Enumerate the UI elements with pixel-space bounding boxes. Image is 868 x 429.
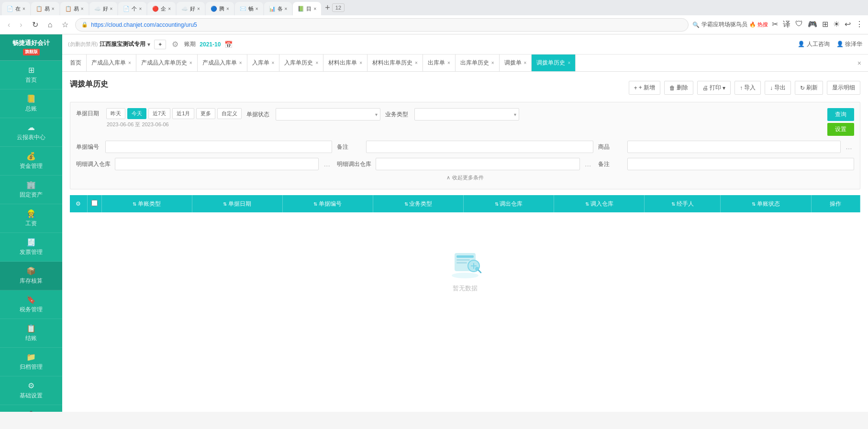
brightness-icon[interactable]: ☀: [833, 20, 840, 30]
detail-out-more-icon[interactable]: …: [583, 160, 593, 168]
user-info[interactable]: 👤 徐泽华: [836, 40, 862, 48]
col-in-warehouse[interactable]: 调入仓库: [554, 195, 645, 212]
add-company-button[interactable]: +: [154, 40, 166, 49]
browser-tab-8[interactable]: 🔵 腾 ×: [206, 2, 234, 15]
browser-tab-9[interactable]: ✉️ 畅 ×: [235, 2, 263, 15]
delete-button[interactable]: 🗑 删除: [664, 81, 693, 95]
col-voucher-no[interactable]: 单据编号: [282, 195, 373, 212]
goods-input[interactable]: [627, 141, 841, 153]
table-gear-header[interactable]: ⚙: [70, 195, 87, 212]
app-tab-close-out[interactable]: ×: [447, 60, 450, 66]
app-tab-transfer-hist[interactable]: 调拨单历史 ×: [532, 55, 576, 72]
app-tab-close-in-hist[interactable]: ×: [315, 60, 318, 66]
collapse-button[interactable]: ∧ 收起更多条件: [441, 172, 490, 183]
date-btn-1month[interactable]: 近1月: [172, 108, 194, 119]
app-tab-close-prod-in2[interactable]: ×: [239, 60, 242, 66]
browser-tab-5[interactable]: 📄 个 ×: [118, 2, 146, 15]
menu-icon[interactable]: ⋮: [856, 20, 863, 30]
browser-tab-1[interactable]: 📄 在 ×: [2, 2, 30, 15]
close-all-icon[interactable]: ×: [854, 59, 865, 67]
detail-out-input[interactable]: [376, 158, 579, 170]
browser-tab-3[interactable]: 📋 易 ×: [60, 2, 89, 15]
date-btn-yesterday[interactable]: 昨天: [106, 108, 125, 119]
browser-tab-4[interactable]: ☁️ 好 ×: [89, 2, 118, 15]
tab-close-7[interactable]: ×: [197, 6, 200, 11]
sidebar-item-assets[interactable]: 🏢 固定资产: [0, 176, 62, 204]
query-button[interactable]: 查询: [827, 108, 854, 121]
reload-button[interactable]: ↻: [29, 19, 41, 30]
app-tab-in-hist[interactable]: 入库单历史 ×: [279, 55, 323, 72]
new-tab-button[interactable]: +: [325, 3, 330, 13]
sidebar-item-tax[interactable]: 🔖 税务管理: [0, 290, 62, 319]
app-tab-close-prod-in[interactable]: ×: [128, 60, 131, 66]
app-tab-close-transfer[interactable]: ×: [524, 60, 527, 66]
sidebar-item-funds[interactable]: 💰 资金管理: [0, 147, 62, 176]
translate-icon[interactable]: 译: [783, 20, 790, 30]
home-button[interactable]: ⌂: [45, 20, 56, 30]
app-tab-prod-in-hist[interactable]: 产成品入库单历史 ×: [136, 55, 198, 72]
app-tab-prod-in[interactable]: 产成品入库单 ×: [87, 55, 136, 72]
app-tab-close-in[interactable]: ×: [272, 60, 275, 66]
browser-tab-10[interactable]: 📊 各 ×: [264, 2, 292, 15]
app-tab-close-out-hist[interactable]: ×: [491, 60, 494, 66]
tab-close-4[interactable]: ×: [110, 6, 113, 11]
status-select[interactable]: [276, 108, 380, 121]
app-tab-mat-out-hist[interactable]: 材料出库单历史 ×: [367, 55, 423, 72]
sidebar-item-inventory[interactable]: 📦 库存核算: [0, 262, 62, 290]
app-tab-close-mat-out-hist[interactable]: ×: [415, 60, 418, 66]
sidebar-item-archive[interactable]: 📁 归档管理: [0, 348, 62, 376]
app-tab-close-mat-out[interactable]: ×: [359, 60, 362, 66]
tab-close-11[interactable]: ×: [313, 6, 316, 11]
sidebar-item-invoice[interactable]: 🧾 发票管理: [0, 233, 62, 262]
app-tab-close-prod-in-hist[interactable]: ×: [189, 60, 192, 66]
tab-close-9[interactable]: ×: [256, 6, 258, 11]
game-icon[interactable]: 🎮: [808, 20, 817, 30]
display-button[interactable]: 显示明细: [827, 81, 860, 95]
browser-tab-11[interactable]: 📗 目 ×: [293, 2, 321, 15]
col-date[interactable]: 单据日期: [192, 195, 282, 212]
browser-tab-2[interactable]: 📋 易 ×: [31, 2, 59, 15]
extensions-icon[interactable]: ✂: [772, 20, 778, 30]
sidebar-item-ledger[interactable]: 📒 总账: [0, 89, 62, 118]
tab-close-6[interactable]: ×: [168, 6, 171, 11]
back-button[interactable]: ‹: [5, 20, 13, 30]
app-tab-out-hist[interactable]: 出库单历史 ×: [456, 55, 500, 72]
remark-input[interactable]: [366, 141, 593, 153]
undo-icon[interactable]: ↩: [845, 20, 851, 30]
col-voucher-type[interactable]: 单账类型: [101, 195, 192, 212]
app-tab-out[interactable]: 出库单 ×: [423, 55, 456, 72]
date-btn-today[interactable]: 今天: [127, 108, 146, 119]
grid-icon[interactable]: ⊞: [822, 20, 828, 30]
sidebar-item-home[interactable]: ⊞ 首页: [0, 61, 62, 89]
app-tab-home[interactable]: 首页: [65, 55, 87, 72]
tab-close-3[interactable]: ×: [81, 6, 84, 11]
new-button[interactable]: + + 新增: [629, 81, 660, 95]
goods-more-icon[interactable]: …: [844, 143, 854, 151]
date-btn-7days[interactable]: 近7天: [148, 108, 170, 119]
print-button[interactable]: 🖨 打印 ▾: [697, 81, 731, 95]
sidebar-item-close[interactable]: 📋 结账: [0, 319, 62, 348]
detail-in-input[interactable]: [115, 158, 319, 170]
tab-count-badge[interactable]: 12: [332, 3, 345, 12]
shield-icon[interactable]: 🛡: [795, 20, 803, 30]
detail-in-more-icon[interactable]: …: [322, 160, 332, 168]
col-biz-type[interactable]: 业务类型: [373, 195, 463, 212]
sidebar-item-guide[interactable]: 🎓 新手引导: [0, 405, 62, 412]
table-check-header[interactable]: [87, 195, 101, 212]
remark2-input[interactable]: [627, 158, 854, 170]
voucher-no-input[interactable]: [105, 141, 332, 153]
tab-close-10[interactable]: ×: [285, 6, 288, 11]
calendar-icon[interactable]: 📅: [224, 41, 233, 48]
app-tab-transfer[interactable]: 调拨单 ×: [500, 55, 532, 72]
tab-close-1[interactable]: ×: [22, 6, 25, 11]
tab-close-2[interactable]: ×: [52, 6, 55, 11]
forward-button[interactable]: ›: [17, 20, 25, 30]
col-out-warehouse[interactable]: 调出仓库: [464, 195, 554, 212]
import-button[interactable]: ↑ 导入: [734, 81, 761, 95]
export-button[interactable]: ↓ 导出: [765, 81, 791, 95]
date-btn-custom[interactable]: 自定义: [217, 108, 242, 119]
refresh-button[interactable]: ↻ 刷新: [795, 81, 823, 95]
sidebar-item-reports[interactable]: ☁ 云报表中心: [0, 118, 62, 147]
setting-button[interactable]: 设置: [827, 123, 854, 136]
tab-close-8[interactable]: ×: [226, 6, 229, 11]
